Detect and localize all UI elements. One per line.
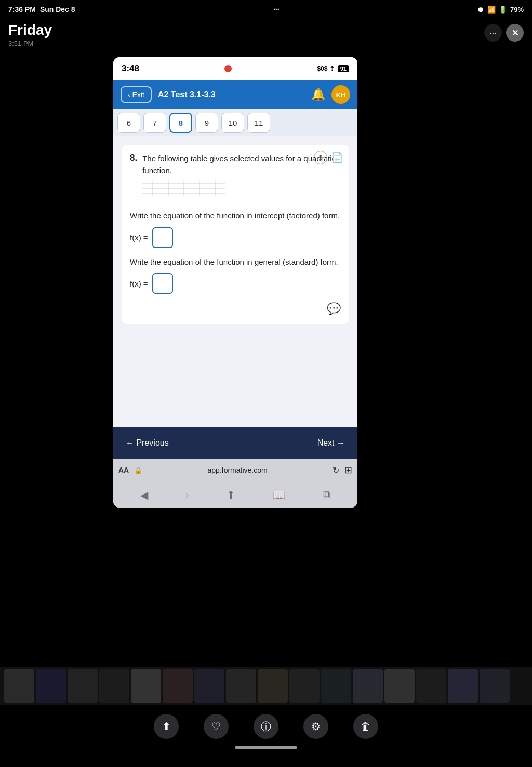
previous-button[interactable]: ← Previous: [126, 438, 169, 448]
thumbnail[interactable]: [99, 669, 129, 703]
app-status-bar: 3:48 $0$ ⇡ 91: [113, 57, 357, 80]
thumbnail[interactable]: [36, 669, 66, 703]
signal-status: $0$ ⇡: [317, 65, 334, 72]
clip-icon: 📄: [331, 152, 343, 163]
thumbnail[interactable]: [194, 669, 224, 703]
trash-action-button[interactable]: 🗑: [353, 714, 378, 739]
answer-input-2[interactable]: [152, 273, 173, 294]
browser-bar: AA 🔒 app.formative.com ↻ ⊞: [113, 459, 357, 482]
app-container: 3:48 $0$ ⇡ 91 ‹ Exit A2 Test 3.1-3.3 🔔 K…: [113, 57, 357, 508]
status-dots: ···: [273, 5, 280, 14]
status-right: ⏺ 📶 🔋 79%: [477, 6, 524, 14]
question-card: 2 📄 8. The following table gives selecte…: [122, 145, 349, 324]
comment-icon[interactable]: 💬: [327, 302, 341, 316]
heart-action-button[interactable]: ♡: [204, 714, 229, 739]
thumbnail[interactable]: [480, 669, 510, 703]
home-indicator: [235, 746, 297, 749]
thumbnail[interactable]: [226, 669, 256, 703]
sub-question-2: Write the equation of the function in ge…: [130, 256, 341, 294]
browser-url[interactable]: app.formative.com: [148, 466, 327, 474]
friday-header: Friday 3:51 PM ··· ✕: [0, 19, 532, 50]
status-time: 7:36 PM: [8, 5, 36, 14]
thumbnail[interactable]: [448, 669, 478, 703]
answer-label-2: f(x) =: [130, 279, 148, 288]
scan-icon[interactable]: ⊞: [344, 464, 352, 476]
question-tab-8[interactable]: 8: [169, 113, 192, 133]
question-tab-6[interactable]: 6: [117, 113, 140, 133]
thumbnail[interactable]: [163, 669, 193, 703]
close-button[interactable]: ✕: [506, 24, 524, 42]
thumbnail[interactable]: [258, 669, 288, 703]
thumbnail[interactable]: [68, 669, 98, 703]
next-button[interactable]: Next →: [317, 438, 345, 448]
lock-icon: 🔒: [134, 466, 142, 474]
answer-row-1: f(x) =: [130, 227, 341, 248]
question-number: 8.: [130, 153, 137, 202]
answer-label-1: f(x) =: [130, 233, 148, 242]
attempt-badge: 2: [314, 151, 327, 164]
bookmarks-button[interactable]: 📖: [273, 489, 286, 501]
thumbnail[interactable]: [384, 669, 415, 703]
browser-controls: ◀ › ⬆ 📖 ⧉: [113, 482, 357, 508]
table-placeholder: [142, 181, 341, 198]
refresh-icon[interactable]: ↻: [332, 465, 339, 475]
answer-input-1[interactable]: [152, 227, 173, 248]
forward-button[interactable]: ›: [185, 489, 189, 501]
wifi-badge: 91: [338, 65, 349, 72]
friday-title: Friday: [8, 22, 52, 38]
nav-title: A2 Test 3.1-3.3: [158, 90, 305, 99]
browser-aa[interactable]: AA: [118, 466, 129, 474]
thumbnail[interactable]: [289, 669, 320, 703]
question-tab-9[interactable]: 9: [195, 113, 218, 133]
status-bar: 7:36 PM Sun Dec 8 ··· ⏺ 📶 🔋 79%: [0, 0, 532, 19]
question-tab-10[interactable]: 10: [221, 113, 244, 133]
card-top-right: 2 📄: [314, 151, 343, 164]
question-tabs: 6 7 8 9 10 11: [113, 109, 357, 136]
app-time: 3:48: [122, 63, 139, 74]
bell-icon[interactable]: 🔔: [311, 88, 325, 101]
question-text: The following table gives selected value…: [142, 153, 341, 176]
nav-bar: ‹ Exit A2 Test 3.1-3.3 🔔 KH: [113, 80, 357, 109]
battery-icon: 🔋: [499, 6, 507, 14]
status-left: 7:36 PM Sun Dec 8: [8, 5, 75, 14]
tabs-button[interactable]: ⧉: [323, 489, 330, 501]
thumbnails-row: [0, 667, 532, 705]
recording-dot: [224, 65, 232, 72]
bottom-icons-row: ⬆ ♡ ⓘ ⚙ 🗑: [154, 714, 378, 739]
share-action-button[interactable]: ⬆: [154, 714, 179, 739]
nav-footer: ← Previous Next →: [113, 427, 357, 459]
question-tab-7[interactable]: 7: [143, 113, 166, 133]
thumbnail[interactable]: [416, 669, 446, 703]
sub-question-1-text: Write the equation of the function in in…: [130, 210, 341, 222]
friday-subtitle: 3:51 PM: [8, 40, 52, 47]
sub-question-1: Write the equation of the function in in…: [130, 210, 341, 248]
thumbnail[interactable]: [353, 669, 383, 703]
thumbnail[interactable]: [131, 669, 161, 703]
share-button[interactable]: ⬆: [227, 489, 235, 501]
comment-icon-row: 💬: [130, 302, 341, 316]
filter-action-button[interactable]: ⚙: [303, 714, 328, 739]
avatar: KH: [331, 85, 350, 104]
info-action-button[interactable]: ⓘ: [254, 714, 278, 739]
thumbnail[interactable]: [321, 669, 351, 703]
bottom-action-bar: ⬆ ♡ ⓘ ⚙ 🗑: [0, 705, 532, 767]
sub-question-2-text: Write the equation of the function in ge…: [130, 256, 341, 268]
question-content: 2 📄 8. The following table gives selecte…: [113, 136, 357, 427]
wifi-icon: 📶: [487, 6, 496, 14]
friday-title-block: Friday 3:51 PM: [8, 22, 52, 47]
question-tab-11[interactable]: 11: [247, 113, 270, 133]
answer-row-2: f(x) =: [130, 273, 341, 294]
back-button[interactable]: ◀: [140, 489, 148, 501]
thumbnail[interactable]: [4, 669, 34, 703]
app-status-right: $0$ ⇡ 91: [317, 65, 349, 72]
friday-controls: ··· ✕: [484, 24, 524, 42]
battery-pct: 79%: [510, 6, 524, 14]
exit-button[interactable]: ‹ Exit: [121, 86, 152, 103]
status-date: Sun Dec 8: [40, 5, 75, 14]
more-options-button[interactable]: ···: [484, 24, 502, 42]
record-icon: ⏺: [477, 6, 484, 14]
